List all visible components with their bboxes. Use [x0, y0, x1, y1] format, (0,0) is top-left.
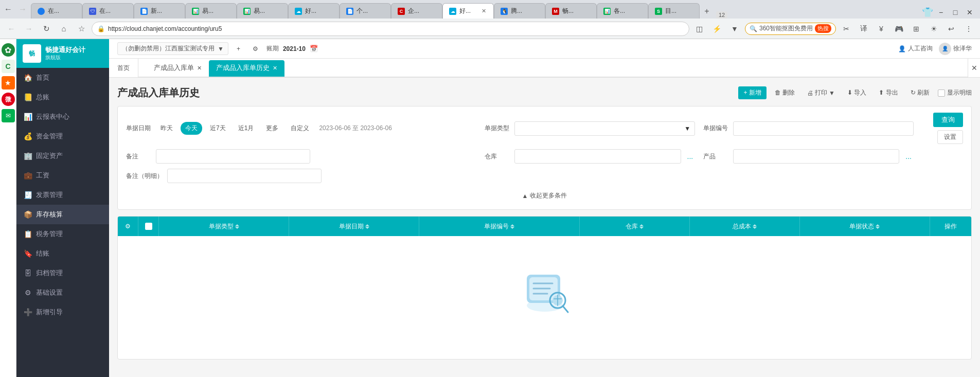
yuan-icon[interactable]: ¥: [874, 22, 888, 36]
search-bar-360[interactable]: 🔍 360智能抠图免费用 热搜: [745, 23, 836, 35]
date-yesterday-btn[interactable]: 昨天: [156, 122, 177, 135]
sidebar-item-fund[interactable]: 💰 资金管理: [16, 127, 109, 146]
th-checkbox[interactable]: [138, 217, 159, 236]
print-btn[interactable]: 🖨 打印 ▼: [803, 86, 839, 99]
account-selector[interactable]: （勿删勿禁用）江西服宝测试专用 ▼: [117, 42, 228, 55]
export-btn[interactable]: ⬆ 导出: [875, 86, 902, 99]
dropdown-btn[interactable]: ▼: [727, 22, 742, 36]
tab-9-active[interactable]: ☁ 好... ✕: [442, 3, 494, 19]
sidebar-item-basic[interactable]: ⚙ 基础设置: [16, 283, 109, 302]
maximize-button[interactable]: □: [949, 6, 961, 19]
detail-note-input[interactable]: [167, 169, 322, 183]
chanjet-icon[interactable]: C: [2, 60, 15, 73]
calendar-icon[interactable]: 📅: [310, 45, 318, 52]
translate-icon[interactable]: 译: [857, 22, 871, 36]
show-col-toggle[interactable]: 显示明细: [938, 88, 972, 97]
home-nav-btn[interactable]: ⌂: [57, 22, 71, 36]
delete-btn[interactable]: 🗑 删除: [771, 86, 799, 99]
th-status[interactable]: 单据状态: [800, 217, 930, 236]
bookmark-btn[interactable]: ☆: [74, 22, 88, 36]
sidebar-item-checkout[interactable]: 🔖 结账: [16, 244, 109, 263]
reload-btn[interactable]: ↻: [39, 22, 54, 36]
theme-icon[interactable]: ☀: [926, 22, 941, 36]
nav-forward-btn[interactable]: →: [22, 22, 36, 36]
tab-counter[interactable]: 12: [716, 11, 727, 19]
sidebar-item-invoice[interactable]: 🧾 发票管理: [16, 185, 109, 205]
collapse-bar[interactable]: ▲ 收起更多条件: [126, 188, 963, 203]
sidebar-item-tax[interactable]: 📋 税务管理: [16, 224, 109, 244]
date-more-btn[interactable]: 更多: [261, 122, 283, 135]
service-link[interactable]: 👤 人工咨询: [898, 44, 933, 53]
tab-3[interactable]: 📄 新...: [134, 3, 185, 19]
tab-6[interactable]: ☁ 好...: [288, 3, 340, 19]
th-type[interactable]: 单据类型: [159, 217, 289, 236]
sidebar-item-archive[interactable]: 🗄 归档管理: [16, 263, 109, 283]
number-input[interactable]: [733, 121, 914, 136]
warehouse-dots[interactable]: ...: [685, 152, 696, 160]
mail-icon[interactable]: ✉: [2, 109, 15, 122]
date-today-btn[interactable]: 今天: [181, 122, 202, 135]
scissors-icon[interactable]: ✂: [839, 22, 853, 36]
th-cost[interactable]: 总成本: [690, 217, 800, 236]
new-tab-button[interactable]: +: [700, 4, 714, 19]
lightning-icon[interactable]: ⚡: [710, 22, 724, 36]
tab-12[interactable]: 📊 各...: [597, 3, 648, 19]
sidebar-item-inventory[interactable]: 📦 库存核算: [16, 205, 109, 224]
undo-icon[interactable]: ↩: [944, 22, 958, 36]
import-btn[interactable]: ⬇ 导入: [843, 86, 870, 99]
url-bar[interactable]: 🔒 https://cloud.chanjet.com/accounting/u…: [92, 22, 689, 36]
type-select[interactable]: ▼: [514, 121, 695, 136]
user-profile[interactable]: 👤 徐泽华: [939, 43, 972, 55]
star-icon[interactable]: ★: [2, 76, 15, 89]
tab-1[interactable]: 在...: [31, 3, 82, 19]
tab-history-close[interactable]: ✕: [273, 65, 277, 71]
filter-settings-btn[interactable]: 设置: [937, 130, 963, 144]
close-button[interactable]: ✕: [964, 6, 976, 19]
nav-back-btn[interactable]: ←: [4, 22, 19, 36]
tab-13[interactable]: S 目...: [648, 3, 700, 19]
forward-btn[interactable]: →: [16, 3, 29, 15]
tab-list-close[interactable]: ✕: [197, 65, 202, 71]
product-dots[interactable]: ...: [903, 152, 914, 160]
minimize-button[interactable]: −: [935, 6, 947, 19]
product-input[interactable]: [733, 149, 899, 164]
tab-2[interactable]: 🛡 在...: [82, 3, 134, 19]
date-7days-btn[interactable]: 近7天: [205, 122, 230, 135]
app-launcher[interactable]: ✿: [2, 43, 15, 57]
tab-8[interactable]: C 企...: [391, 3, 442, 19]
tab-7[interactable]: 📄 个...: [340, 3, 391, 19]
add-account-btn[interactable]: +: [233, 43, 244, 55]
close-panel-btn[interactable]: ✕: [968, 59, 980, 77]
tab-5[interactable]: 📊 易...: [237, 3, 288, 19]
refresh-btn[interactable]: ↻ 刷新: [906, 86, 934, 99]
sidebar-item-ledger[interactable]: 📒 总账: [16, 87, 109, 107]
back-btn[interactable]: ←: [2, 3, 14, 15]
tab-4[interactable]: 📊 易...: [185, 3, 237, 19]
add-btn[interactable]: + 新增: [738, 86, 766, 99]
th-warehouse[interactable]: 仓库: [580, 217, 690, 236]
apps-icon[interactable]: ⊞: [909, 22, 923, 36]
sidebar-item-home[interactable]: 🏠 首页: [16, 68, 109, 87]
grid-icon[interactable]: ◫: [692, 22, 707, 36]
date-custom-btn[interactable]: 自定义: [286, 122, 314, 135]
date-1month-btn[interactable]: 近1月: [234, 122, 259, 135]
th-date[interactable]: 单据日期: [289, 217, 419, 236]
show-col-checkbox-box[interactable]: [938, 89, 945, 97]
more-icon[interactable]: ⋮: [961, 22, 976, 36]
th-settings[interactable]: ⚙: [118, 217, 138, 236]
sidebar-item-report[interactable]: 📊 云报表中心: [16, 107, 109, 127]
game-icon[interactable]: 🎮: [892, 22, 906, 36]
settings-gear-btn[interactable]: ⚙: [248, 43, 262, 55]
tab-9-close[interactable]: ✕: [480, 8, 487, 14]
sidebar-item-newbill[interactable]: ➕ 新增引导: [16, 302, 109, 322]
query-btn[interactable]: 查询: [933, 113, 963, 127]
warehouse-input[interactable]: [514, 149, 681, 164]
sidebar-item-payroll[interactable]: 💼 工资: [16, 166, 109, 185]
note-input[interactable]: [156, 149, 310, 164]
weibo-icon[interactable]: 微: [2, 93, 15, 106]
sidebar-item-assets[interactable]: 🏢 固定资产: [16, 146, 109, 166]
shirt-icon[interactable]: 👕: [922, 7, 933, 17]
tab-11[interactable]: M 畅...: [545, 3, 597, 19]
page-tab-list[interactable]: 产成品入库单 ✕: [147, 60, 209, 77]
breadcrumb-home[interactable]: 首页: [117, 64, 130, 73]
